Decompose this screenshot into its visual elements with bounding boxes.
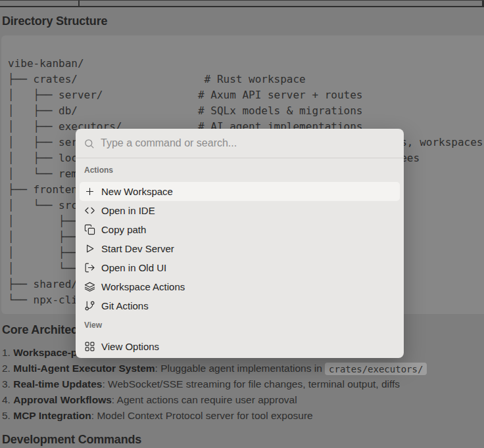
tab-divider	[78, 1, 80, 6]
menu-item-label: Workspace Actions	[101, 281, 185, 292]
menu-item-label: Open in IDE	[101, 205, 155, 216]
search-icon	[84, 138, 95, 149]
list-term: Approval Workflows	[13, 394, 112, 405]
menu-item-new-workspace[interactable]: New Workspace	[80, 182, 400, 201]
layers-icon	[84, 281, 95, 292]
command-palette: Actions New Workspace Open in IDE Copy p…	[76, 129, 404, 358]
menu-item-workspace-actions[interactable]: Workspace Actions	[80, 277, 400, 296]
list-number: 5.	[2, 410, 11, 421]
list-number: 3.	[2, 378, 11, 390]
list-number: 1.	[2, 347, 11, 358]
git-branch-icon	[84, 300, 95, 311]
list-number: 4.	[2, 394, 11, 405]
menu-item-label: View Options	[101, 341, 159, 352]
menu-item-open-in-ide[interactable]: Open in IDE	[80, 201, 400, 220]
list-item: 4. Approval Workflows: Agent actions can…	[2, 392, 484, 408]
list-term: Multi-Agent Executor System	[13, 363, 155, 374]
list-item: 2. Multi-Agent Executor System: Pluggabl…	[2, 361, 484, 376]
play-icon	[84, 243, 95, 254]
log-out-icon	[84, 262, 95, 273]
list-number: 2.	[2, 363, 11, 374]
heading-development-commands: Development Commands	[2, 433, 141, 447]
menu-item-view-options[interactable]: View Options	[80, 337, 400, 356]
menu-item-copy-path[interactable]: Copy path	[80, 220, 400, 239]
menu-item-label: New Workspace	[101, 186, 173, 197]
code-icon	[84, 205, 95, 216]
tab-bar	[0, 0, 484, 7]
list-term: MCP Integration	[13, 410, 91, 421]
menu-item-open-in-old-ui[interactable]: Open in Old UI	[80, 258, 400, 277]
command-list: Actions New Workspace Open in IDE Copy p…	[76, 158, 404, 358]
list-text: : WebSocket/SSE streaming for file chang…	[102, 378, 400, 390]
section-label-view: View	[80, 315, 400, 337]
list-text: : Model Context Protocol server for tool…	[91, 410, 313, 421]
menu-item-start-dev-server[interactable]: Start Dev Server	[80, 239, 400, 258]
list-term: Real-time Updates	[13, 378, 102, 390]
menu-item-label: Start Dev Server	[101, 243, 174, 254]
list-item: 5. MCP Integration: Model Context Protoc…	[2, 408, 484, 424]
menu-item-label: Copy path	[101, 224, 146, 235]
section-label-actions: Actions	[80, 165, 400, 182]
copy-icon	[84, 224, 95, 235]
inline-code: crates/executors/	[325, 363, 427, 375]
command-search-input[interactable]	[101, 137, 396, 149]
list-item: 3. Real-time Updates: WebSocket/SSE stre…	[2, 376, 484, 392]
menu-item-label: Open in Old UI	[101, 262, 166, 273]
list-text: : Agent actions can require user approva…	[112, 394, 297, 405]
menu-item-label: Git Actions	[101, 300, 149, 311]
command-search-row	[76, 129, 404, 158]
plus-icon	[84, 186, 95, 197]
heading-directory-structure: Directory Structure	[2, 14, 107, 28]
list-text: : Pluggable agent implementations in	[155, 363, 326, 374]
layout-grid-icon	[84, 341, 95, 352]
menu-item-git-actions[interactable]: Git Actions	[80, 296, 400, 315]
